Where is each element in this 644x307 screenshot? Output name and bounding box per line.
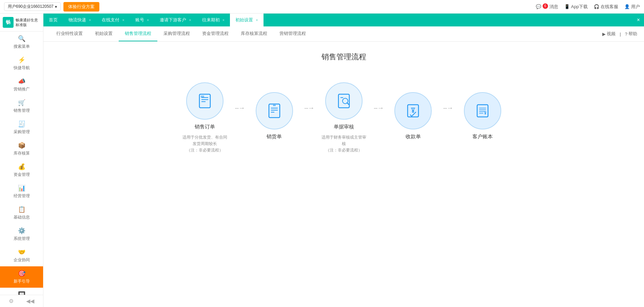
user-label: 用户 (631, 4, 640, 10)
handshake-icon: 🤝 (18, 248, 25, 256)
sidebar-item-system[interactable]: ⚙️ 系统管理 (0, 224, 43, 245)
message-item[interactable]: 💬 6 消息 (536, 4, 558, 10)
top-header-right: 💬 6 消息 📱 App下载 🎧 在线客服 👤 用户 (536, 4, 640, 10)
flow-node-invoice-title: 销货单 (267, 134, 282, 140)
nav-tab-logistics-close[interactable]: × (89, 18, 91, 22)
sub-tab-sales-flow[interactable]: 销售管理流程 (119, 26, 157, 41)
video-label: 视频 (607, 31, 616, 37)
nav-tab-invite[interactable]: 邀请下游客户 × (154, 14, 196, 26)
cart-icon: 🛒 (18, 99, 25, 106)
flow-arrow-1: ···→ (232, 104, 247, 132)
sidebar-label-basic-info: 基础信息 (14, 214, 30, 220)
nav-tab-account-label: 账号 (135, 17, 144, 23)
user-selector[interactable]: 用户690企业1660120507 ▾ (4, 2, 61, 11)
nav-tab-init-settings-close[interactable]: × (256, 18, 258, 22)
flow-node-receipt-title: 收款单 (406, 134, 421, 140)
nav-tab-init-settings[interactable]: 初始设置 × (230, 14, 263, 26)
sub-tab-purchase-flow[interactable]: 采购管理流程 (157, 26, 196, 41)
nav-tab-account[interactable]: 账号 × (130, 14, 154, 26)
nav-tab-payment-close[interactable]: × (122, 18, 124, 22)
online-service-item[interactable]: 🎧 在线客服 (594, 4, 618, 10)
flow-arrow-2: ···→ (301, 104, 317, 132)
sidebar-item-basic-info[interactable]: 📋 基础信息 (0, 202, 43, 224)
user-selector-text: 用户690企业1660120507 (8, 4, 54, 9)
sidebar-item-finance[interactable]: 💰 资金管理 (0, 160, 43, 181)
sub-tab-inventory-flow-label: 库存核算流程 (241, 31, 267, 36)
nav-tab-logistics[interactable]: 物流快递 × (63, 14, 96, 26)
sub-tab-marketing-flow-label: 营销管理流程 (279, 31, 306, 36)
flow-node-ledger-title: 客户账本 (472, 134, 493, 140)
collapse-icon[interactable]: ◀◀ (26, 298, 34, 304)
page-content: 销售管理流程 (43, 42, 644, 307)
sub-tab-fund-flow[interactable]: 资金管理流程 (196, 26, 235, 41)
svg-text:¥: ¥ (484, 111, 487, 115)
nav-tabs-close-all[interactable]: × (633, 17, 644, 23)
user-avatar-item[interactable]: 👤 用户 (624, 4, 640, 10)
flow-circle-ledger: ¥ (464, 92, 501, 129)
headset-icon: 🎧 (594, 4, 599, 9)
user-avatar-icon: 👤 (624, 4, 630, 9)
nav-tab-payment[interactable]: 在线支付 × (96, 14, 130, 26)
flow-node-sales-order: 销售订单 适用于分批发货、有合同发货周期较长（注：非必要流程） (178, 82, 232, 154)
flow-circle-sales-order (186, 82, 223, 120)
app-download-icon: 📱 (564, 4, 570, 9)
flow-node-sales-order-desc: 适用于分批发货、有合同发货周期较长（注：非必要流程） (181, 134, 229, 154)
sidebar-item-app-center[interactable]: 🔲 应用中心 (0, 288, 43, 295)
flow-node-invoice: 销货单 (247, 92, 301, 144)
sub-tab-inventory-flow[interactable]: 库存核算流程 (235, 26, 273, 41)
video-icon: ▶ (602, 32, 606, 37)
experience-btn[interactable]: 体验行业方案 (63, 2, 99, 12)
sidebar-item-new-guide[interactable]: 🎯 新手引导 (0, 266, 43, 288)
sub-tab-industry-feature-label: 行业特性设置 (56, 31, 83, 36)
megaphone-icon: 📣 (18, 78, 25, 85)
help-link[interactable]: ? 帮助 (625, 31, 637, 37)
nav-tab-account-close[interactable]: × (147, 18, 149, 22)
invoice-icon (266, 102, 283, 120)
nav-tab-payment-label: 在线支付 (102, 17, 119, 23)
app-download-item[interactable]: 📱 App下载 (564, 4, 588, 10)
nav-tab-logistics-label: 物流快递 (69, 17, 86, 23)
nav-tabs-bar: 首页 物流快递 × 在线支付 × 账号 × 邀请下游客户 × 往来期初 × (43, 14, 644, 26)
sidebar-label-ops: 经营管理 (14, 193, 30, 199)
nav-tab-invite-close[interactable]: × (189, 18, 191, 22)
sidebar-item-ops[interactable]: 📊 经营管理 (0, 181, 43, 202)
search-icon: 🔍 (18, 35, 25, 42)
sub-tab-purchase-flow-label: 采购管理流程 (163, 31, 190, 36)
video-link[interactable]: ▶ 视频 (602, 31, 616, 37)
sidebar-item-marketing[interactable]: 📣 营销推广 (0, 74, 43, 96)
receipt-icon: 🧾 (18, 120, 25, 128)
svg-rect-15 (477, 105, 488, 117)
flow-node-review: 单据审核 适用于财务审核或主管审核（注：非必要流程） (317, 82, 371, 154)
sidebar-item-inventory[interactable]: 📦 库存核算 (0, 138, 43, 160)
settings-bottom-icon[interactable]: ⚙ (9, 298, 14, 304)
target-icon: 🎯 (18, 270, 25, 277)
flow-arrow-4: ···→ (440, 104, 455, 132)
nav-tab-period-init-close[interactable]: × (222, 18, 225, 22)
box-icon: 📦 (18, 142, 25, 149)
nav-tab-home[interactable]: 首页 (43, 14, 63, 26)
flow-node-review-title: 单据审核 (334, 124, 354, 130)
sub-content: 行业特性设置 初始设置 销售管理流程 采购管理流程 资金管理流程 库存核算流程 (43, 26, 644, 307)
flow-node-receipt: ¥ 收款单 (386, 92, 440, 144)
sidebar-label-inventory: 库存核算 (14, 150, 30, 156)
sidebar-item-purchase[interactable]: 🧾 采购管理 (0, 117, 43, 138)
sidebar-item-enterprise-collab[interactable]: 🤝 企业协同 (0, 245, 43, 266)
nav-tab-period-init[interactable]: 往来期初 × (197, 14, 230, 26)
app-download-label: App下载 (571, 4, 588, 10)
nav-tab-period-init-label: 往来期初 (202, 17, 220, 23)
sidebar-item-search[interactable]: 🔍 搜索菜单 (0, 32, 43, 53)
sidebar-item-quick-nav[interactable]: ⚡ 快捷导航 (0, 53, 43, 74)
sidebar-item-sales[interactable]: 🛒 销售管理 (0, 96, 43, 117)
money-icon: 💰 (18, 163, 25, 170)
sidebar-label-marketing: 营销推广 (14, 86, 30, 92)
sub-tab-industry-feature[interactable]: 行业特性设置 (50, 26, 89, 41)
sub-tab-marketing-flow[interactable]: 营销管理流程 (273, 26, 312, 41)
sub-tab-fund-flow-label: 资金管理流程 (202, 31, 229, 36)
svg-text:¥: ¥ (412, 108, 415, 114)
logo-text-line2: 标准版 (16, 22, 38, 27)
receipt-doc-icon: ¥ (404, 102, 422, 120)
sub-tab-init-settings[interactable]: 初始设置 (89, 26, 119, 41)
flow-diagram: 销售订单 适用于分批发货、有合同发货周期较长（注：非必要流程） ···→ (50, 82, 637, 154)
sidebar-nav: 🔍 搜索菜单 ⚡ 快捷导航 📣 营销推广 🛒 销售管理 🧾 采购管理 📦 (0, 32, 43, 295)
sales-order-icon (196, 92, 214, 110)
